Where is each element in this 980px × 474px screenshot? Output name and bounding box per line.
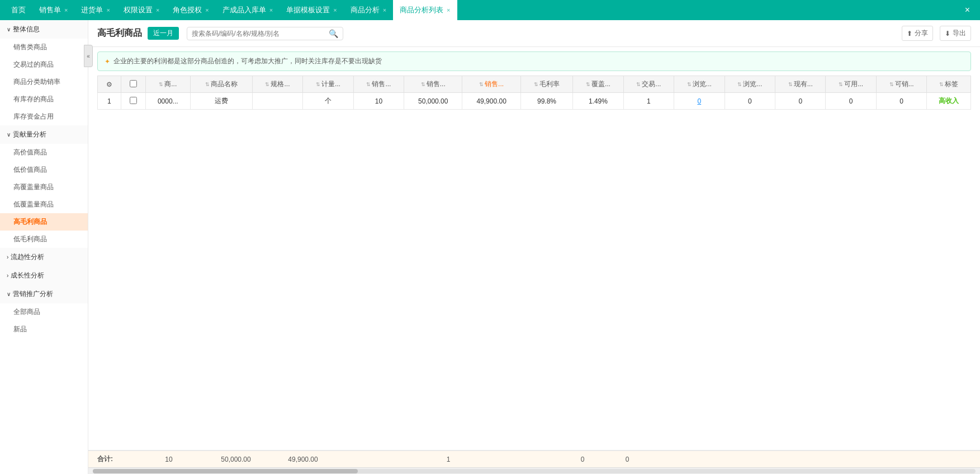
footer-label: 合计: [97,454,113,464]
col-spec[interactable]: ⇅规格... [252,76,302,93]
table-container: ⚙ ⇅商... ⇅商品名称 ⇅规格... ⇅计量... ⇅销售... ⇅销售..… [88,76,980,450]
sidebar-item-all-goods[interactable]: 全部商品 [0,303,88,321]
sidebar-item-sales-goods[interactable]: 销售类商品 [0,39,88,56]
footer-cells: 10 50,000.00 49,900.00 1 0 0 [135,456,650,463]
row-transaction: 1 [623,93,674,110]
footer-empty1 [337,456,381,463]
search-icon[interactable]: 🔍 [329,29,338,38]
footer-transaction: 1 [426,456,471,463]
col-stock3[interactable]: ⇅可销... [876,76,926,93]
info-icon: ✦ [105,58,110,65]
footer-sales3: 49,900.00 [269,456,337,463]
sidebar-item-low-margin[interactable]: 低毛利商品 [0,231,88,248]
nav-sales[interactable]: 销售单 × [32,0,74,20]
row-browse2: 0 [725,93,775,110]
search-box: 🔍 [187,27,343,40]
sidebar-item-new-goods[interactable]: 新品 [0,321,88,338]
search-input[interactable] [192,30,329,37]
sidebar-item-high-coverage[interactable]: 高覆盖量商品 [0,179,88,196]
col-browse1[interactable]: ⇅浏览... [674,76,725,93]
close-product-analysis-list-tab[interactable]: × [447,7,450,13]
col-code[interactable]: ⇅商... [145,76,190,93]
sidebar: ∨ 整体信息 销售类商品 交易过的商品 商品分类助销率 有库存的商品 库存资金占… [0,20,88,474]
arrow-icon-growth: › [7,273,8,279]
row-unit: 个 [303,93,353,110]
nav-roles[interactable]: 角色授权 × [166,0,215,20]
sidebar-item-traded-goods[interactable]: 交易过的商品 [0,56,88,73]
sidebar-group-trend[interactable]: › 流趋性分析 [0,248,88,266]
row-checkbox[interactable] [121,93,145,110]
nav-product-inbound[interactable]: 产成品入库单 × [216,0,280,20]
browse1-link[interactable]: 0 [697,97,701,105]
row-select-checkbox[interactable] [130,97,137,104]
footer-sales1: 10 [135,456,202,463]
col-stock1[interactable]: ⇅现有... [775,76,826,93]
export-button[interactable]: ⬇ 导出 [940,26,971,41]
row-coverage: 1.49% [573,93,623,110]
nav-home[interactable]: 首页 [4,0,32,20]
col-sales2[interactable]: ⇅销售... [404,76,462,93]
close-permissions-tab[interactable]: × [156,7,159,13]
arrow-icon: ∨ [7,26,11,32]
close-sales-tab[interactable]: × [64,7,68,13]
sidebar-item-category-sales-rate[interactable]: 商品分类助销率 [0,73,88,91]
content-area: 高毛利商品 近一月 🔍 ⬆ 分享 ⬇ 导出 ✦ 企业的主要的利润都是这部分商品创… [88,20,980,474]
footer-sales2: 50,000.00 [202,456,269,463]
row-spec [252,93,302,110]
footer-empty3 [471,456,515,463]
select-all-checkbox[interactable] [130,80,137,87]
top-navigation: 首页 销售单 × 进货单 × 权限设置 × 角色授权 × 产成品入库单 × 单据… [0,0,980,20]
col-settings[interactable]: ⚙ [98,76,121,93]
close-purchase-tab[interactable]: × [106,7,110,13]
col-sales1[interactable]: ⇅销售... [353,76,404,93]
close-template-tab[interactable]: × [333,7,337,13]
sidebar-item-low-coverage[interactable]: 低覆盖量商品 [0,196,88,213]
col-gross-rate[interactable]: ⇅毛利率 [520,76,572,93]
content-header: 高毛利商品 近一月 🔍 ⬆ 分享 ⬇ 导出 [88,20,980,47]
sidebar-collapse-btn[interactable]: « [84,45,93,67]
col-unit[interactable]: ⇅计量... [303,76,353,93]
scrollbar-thumb[interactable] [93,469,358,473]
date-filter-button[interactable]: 近一月 [148,27,179,40]
sidebar-group-contribution[interactable]: ∨ 贡献量分析 [0,125,88,144]
row-tag: 高收入 [927,93,971,110]
row-stock2: 0 [826,93,876,110]
sidebar-item-low-value[interactable]: 低价值商品 [0,161,88,179]
sidebar-item-high-value[interactable]: 高价值商品 [0,144,88,161]
col-name[interactable]: ⇅商品名称 [190,76,252,93]
col-sales3[interactable]: ⇅销售... [462,76,520,93]
sidebar-group-growth[interactable]: › 成长性分析 [0,266,88,285]
footer-stock2: 0 [605,456,650,463]
scrollbar-track[interactable] [93,469,976,473]
close-roles-tab[interactable]: × [205,7,209,13]
row-sales1: 10 [353,93,404,110]
sidebar-item-high-margin[interactable]: 高毛利商品 [0,213,88,231]
share-icon: ⬆ [907,30,912,37]
nav-product-analysis[interactable]: 商品分析 × [344,0,393,20]
sidebar-group-marketing[interactable]: ∨ 营销推广分析 [0,285,88,303]
row-browse1[interactable]: 0 [674,93,725,110]
export-icon: ⬇ [945,30,950,37]
nav-template-settings[interactable]: 单据模板设置 × [280,0,343,20]
table-footer: 合计: 10 50,000.00 49,900.00 1 0 0 [88,450,980,467]
col-transaction[interactable]: ⇅交易... [623,76,674,93]
close-all-tabs[interactable]: × [959,5,976,15]
footer-empty2 [381,456,426,463]
close-product-inbound-tab[interactable]: × [269,7,273,13]
share-button[interactable]: ⬆ 分享 [902,26,933,41]
col-tag[interactable]: ⇅标签 [927,76,971,93]
horizontal-scrollbar[interactable] [88,467,980,474]
sidebar-item-stock-capital[interactable]: 库存资金占用 [0,108,88,125]
col-checkbox[interactable] [121,76,145,93]
col-coverage[interactable]: ⇅覆盖... [573,76,623,93]
sidebar-group-overall[interactable]: ∨ 整体信息 [0,20,88,39]
col-stock2[interactable]: ⇅可用... [826,76,876,93]
nav-permissions[interactable]: 权限设置 × [117,0,166,20]
row-seq: 1 [98,93,121,110]
row-code[interactable]: 0000... [145,93,190,110]
col-browse2[interactable]: ⇅浏览... [725,76,775,93]
sidebar-item-in-stock[interactable]: 有库存的商品 [0,91,88,108]
nav-purchase[interactable]: 进货单 × [74,0,116,20]
nav-product-analysis-list[interactable]: 商品分析列表 × [393,0,457,20]
close-product-analysis-tab[interactable]: × [383,7,386,13]
